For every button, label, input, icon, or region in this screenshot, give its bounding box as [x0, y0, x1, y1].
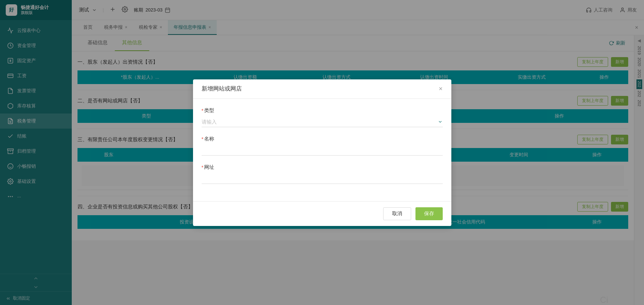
name-input-wrap — [202, 145, 443, 156]
label-text-type: 类型 — [204, 107, 214, 114]
save-btn[interactable]: 保存 — [415, 207, 443, 220]
modal-overlay[interactable]: 新增网站或网店 × * 类型 * 名称 — [0, 0, 644, 305]
required-mark-url: * — [202, 165, 203, 170]
modal-title: 新增网站或网店 — [202, 85, 242, 93]
cancel-btn[interactable]: 取消 — [383, 207, 411, 220]
required-mark-name: * — [202, 136, 203, 142]
url-input[interactable] — [202, 174, 443, 184]
label-text-url: 网址 — [204, 164, 214, 171]
form-label-url: * 网址 — [202, 164, 214, 171]
form-label-name: * 名称 — [202, 136, 214, 142]
name-input[interactable] — [202, 145, 443, 155]
label-text-name: 名称 — [204, 136, 214, 142]
type-input-wrap — [202, 117, 443, 127]
form-label-type: * 类型 — [202, 107, 214, 114]
type-dropdown-icon — [438, 119, 443, 124]
required-mark-type: * — [202, 108, 203, 114]
modal-add-website: 新增网站或网店 × * 类型 * 名称 — [193, 79, 451, 226]
modal-body: * 类型 * 名称 * — [193, 99, 451, 201]
form-row-url: * 网址 — [202, 164, 443, 184]
url-input-wrap — [202, 174, 443, 184]
modal-header: 新增网站或网店 × — [193, 79, 451, 99]
modal-footer: 取消 保存 — [193, 201, 451, 226]
modal-close-btn[interactable]: × — [439, 85, 443, 93]
type-input[interactable] — [202, 117, 443, 127]
form-row-name: * 名称 — [202, 136, 443, 156]
form-row-type: * 类型 — [202, 107, 443, 127]
